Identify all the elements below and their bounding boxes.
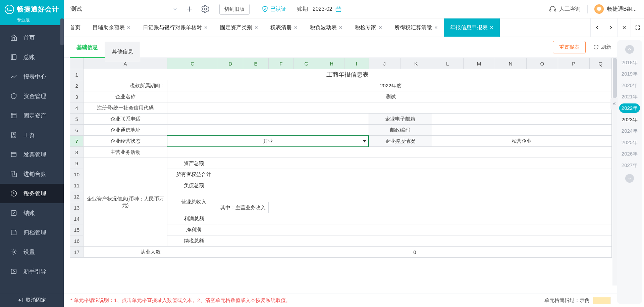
col-L[interactable]: L [432, 58, 463, 69]
settings-button[interactable] [201, 5, 210, 13]
year-2026年[interactable]: 2026年 [619, 149, 640, 159]
row11-value[interactable] [218, 180, 611, 191]
col-G[interactable]: G [294, 58, 319, 69]
tab-3[interactable]: 固定资产类别✕ [214, 18, 264, 37]
row14-value[interactable] [218, 213, 611, 224]
row13-value[interactable] [268, 202, 611, 213]
sidebar-item-7[interactable]: 进销台账 [0, 164, 64, 184]
tab-6[interactable]: 税检专家✕ [349, 18, 388, 37]
row16-value[interactable] [218, 235, 611, 247]
col-E[interactable]: E [243, 58, 269, 69]
tab-close-icon[interactable]: ✕ [339, 25, 343, 30]
tab-8[interactable]: 年报信息申报表✕ [444, 18, 500, 37]
tab-2[interactable]: 日记账与银行对账单核对✕ [137, 18, 214, 37]
year-2018年[interactable]: 2018年 [619, 58, 640, 67]
row9-value[interactable] [218, 158, 611, 169]
calendar-icon[interactable] [335, 6, 342, 12]
reset-report-button[interactable]: 重置报表 [553, 41, 586, 53]
refresh-button[interactable]: 刷新 [593, 44, 611, 50]
row2-value[interactable]: 2022年度 [167, 80, 611, 91]
sidebar-item-4[interactable]: 固定资产 [0, 106, 64, 125]
sidebar-item-3[interactable]: 资金管理 [0, 86, 64, 106]
year-2019年[interactable]: 2019年 [619, 69, 640, 79]
user-menu[interactable]: 畅捷通B组... [594, 4, 637, 14]
year-2027年[interactable]: 2027年 [619, 161, 640, 170]
tab-close-icon[interactable]: ✕ [204, 25, 208, 30]
support-button[interactable]: 人工咨询 [549, 5, 581, 13]
sidebar-item-5[interactable]: 工资 [0, 125, 64, 145]
unpin-button[interactable]: 取消固定 [0, 293, 64, 307]
col-N[interactable]: N [495, 58, 526, 69]
col-P[interactable]: P [558, 58, 589, 69]
fullscreen-button[interactable] [631, 18, 644, 37]
year-rail-collapse[interactable] [610, 98, 618, 109]
sidebar-item-11[interactable]: 设置 [0, 242, 64, 262]
horizontal-scrollbar[interactable] [84, 286, 606, 294]
tab-close-button[interactable] [617, 18, 631, 37]
business-status-cell[interactable]: 开业 [167, 136, 369, 147]
tab-7[interactable]: 所得税汇算清缴✕ [388, 18, 444, 37]
tenant-select[interactable]: 测试 [70, 3, 178, 15]
tab-next-button[interactable] [604, 18, 617, 37]
year-up-button[interactable] [625, 45, 634, 54]
tab-close-icon[interactable]: ✕ [490, 25, 494, 30]
tab-close-icon[interactable]: ✕ [294, 25, 298, 30]
sidebar-item-1[interactable]: 总账 [0, 47, 64, 67]
row3-value[interactable]: 测试 [167, 91, 611, 102]
year-2023年[interactable]: 2023年 [619, 115, 640, 124]
row17-value[interactable]: 0 [218, 247, 611, 258]
col-J[interactable]: J [369, 58, 400, 69]
col-M[interactable]: M [463, 58, 495, 69]
sidebar-item-0[interactable]: 首页 [0, 28, 64, 47]
col-O[interactable]: O [526, 58, 558, 69]
row12-value[interactable] [218, 191, 611, 202]
sidebar-item-9[interactable]: 结账 [0, 203, 64, 223]
tab-0[interactable]: 首页 [64, 18, 87, 37]
corner-cell[interactable] [70, 58, 84, 69]
year-down-button[interactable] [625, 174, 634, 183]
sidebar-item-2[interactable]: 报表中心 [0, 67, 64, 86]
row4-value[interactable] [167, 102, 611, 114]
year-2024年[interactable]: 2024年 [619, 126, 640, 136]
col-Q[interactable]: Q [589, 58, 611, 69]
row6-right-value[interactable] [432, 125, 611, 136]
year-2022年[interactable]: 2022年 [619, 103, 640, 113]
col-C[interactable]: C [167, 58, 218, 69]
tab-close-icon[interactable]: ✕ [378, 25, 382, 30]
row15-value[interactable] [218, 224, 611, 235]
col-K[interactable]: K [400, 58, 432, 69]
year-2021年[interactable]: 2021年 [619, 92, 640, 101]
tab-prev-button[interactable] [590, 18, 604, 37]
dropdown-arrow-icon[interactable] [363, 140, 367, 142]
tab-5[interactable]: 税负波动表✕ [304, 18, 349, 37]
row6-value[interactable] [167, 125, 369, 136]
year-2020年[interactable]: 2020年 [619, 81, 640, 90]
row7-right-value[interactable]: 私营企业 [432, 136, 611, 147]
sidebar-item-12[interactable]: 新手引导 [0, 262, 64, 281]
mini-tab-other[interactable]: 其他信息 [105, 42, 140, 62]
row8-value[interactable] [167, 147, 611, 158]
sidebar-item-8[interactable]: 税务管理 [0, 184, 64, 203]
tab-close-icon[interactable]: ✕ [254, 25, 258, 30]
sidebar-scrollbar[interactable] [60, 18, 64, 45]
tab-1[interactable]: 目辅助余额表✕ [87, 18, 137, 37]
year-2025年[interactable]: 2025年 [619, 138, 640, 147]
col-I[interactable]: I [344, 58, 369, 69]
row5-right-value[interactable] [432, 114, 611, 125]
sidebar-item-10[interactable]: 归档管理 [0, 223, 64, 242]
sheet-table[interactable]: A B C D E F G H I J K L [70, 58, 612, 258]
tab-close-icon[interactable]: ✕ [434, 25, 438, 30]
add-button[interactable] [185, 5, 194, 13]
tab-close-icon[interactable]: ✕ [127, 25, 131, 30]
col-F[interactable]: F [268, 58, 293, 69]
sidebar-item-6[interactable]: 发票管理 [0, 145, 64, 164]
vertical-scrollbar[interactable] [612, 58, 617, 286]
tab-4[interactable]: 税表清册✕ [264, 18, 304, 37]
row5-value[interactable] [167, 114, 369, 125]
switch-old-button[interactable]: 切到旧版 [219, 4, 250, 15]
row10-value[interactable] [218, 169, 611, 180]
tab-label: 固定资产类别 [220, 24, 252, 31]
col-D[interactable]: D [218, 58, 243, 69]
mini-tab-basic[interactable]: 基础信息 [70, 38, 105, 58]
col-H[interactable]: H [319, 58, 344, 69]
